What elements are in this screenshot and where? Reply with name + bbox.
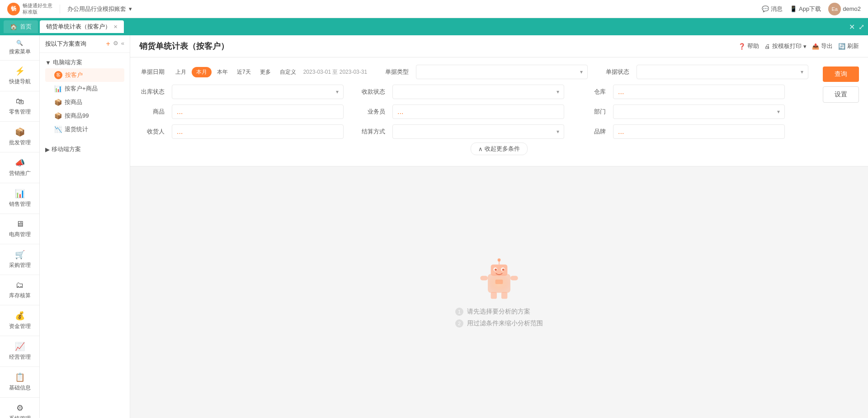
settings-button[interactable]: 设置 — [823, 86, 859, 103]
scheme-badge: 客 — [54, 71, 62, 79]
query-button[interactable]: 查询 — [823, 66, 859, 82]
scheme-icon-4: 📉 — [54, 126, 62, 133]
search-icon: 🔍 — [16, 40, 23, 46]
date-btn-this-month[interactable]: 本月 — [192, 67, 212, 77]
sidebar-item-inventory[interactable]: 🗂 库存核算 — [0, 275, 39, 305]
tab-home[interactable]: 🏠 首页 — [4, 20, 38, 33]
maximize-icon[interactable]: ⤢ — [859, 23, 864, 31]
consignee-select[interactable]: ... — [172, 124, 344, 139]
download-icon: 📱 — [790, 5, 797, 12]
scheme-item-return-stat[interactable]: 📉 退货统计 — [45, 123, 124, 136]
empty-tip-2: 2 用过滤条件来缩小分析范围 — [455, 319, 543, 328]
date-filter-bar: 上月 本月 本年 近7天 更多 自定义 2023-03-01 至 2023-03… — [172, 67, 367, 77]
scheme-item-by-customer[interactable]: 客 按客户 — [45, 68, 124, 82]
sidebar-item-system[interactable]: ⚙ 系统管理 — [0, 398, 39, 418]
sidebar-search[interactable]: 🔍 搜索菜单 — [0, 35, 39, 61]
department-select[interactable]: ▾ — [613, 104, 785, 119]
filter-row-3: 商品 ... 业务员 ... 部门 ▾ — [139, 104, 816, 119]
filter-row-1: 单据日期 上月 本月 本年 近7天 更多 自定义 2023-03-01 至 20… — [139, 65, 816, 79]
left-panel-header: 按以下方案查询 + ⚙ « — [40, 35, 130, 53]
page-title: 销货单统计表（按客户） — [139, 41, 229, 52]
sales-icon: 📊 — [15, 189, 25, 199]
settlement-select[interactable]: ▾ — [392, 124, 564, 139]
message-icon: 💬 — [762, 5, 769, 12]
close-tab-icon[interactable]: ✕ — [113, 24, 118, 30]
sidebar: 🔍 搜索菜单 ⚡ 快捷导航 🛍 零售管理 📦 批发管理 📣 营销推广 📊 销售管… — [0, 35, 40, 418]
sidebar-item-quicknav[interactable]: ⚡ 快捷导航 — [0, 61, 39, 91]
purchase-icon: 🛒 — [15, 250, 25, 260]
doc-type-select[interactable]: ▾ — [416, 65, 588, 79]
scheme-group-mobile-title[interactable]: ▶ 移动端方案 — [45, 143, 124, 155]
scheme-item-by-customer-goods[interactable]: 📊 按客户+商品 — [45, 82, 124, 95]
basic-icon: 📋 — [15, 372, 25, 382]
avatar: Ea — [828, 3, 841, 15]
sidebar-item-ecom[interactable]: 🖥 电商管理 — [0, 214, 39, 244]
print-dropdown-icon: ▾ — [803, 43, 807, 50]
sidebar-item-basic[interactable]: 📋 基础信息 — [0, 367, 39, 398]
scheme-icon-1: 📊 — [54, 85, 62, 92]
wholesale-icon: 📦 — [15, 127, 25, 137]
warehouse-select[interactable]: ... — [613, 85, 785, 99]
retail-icon: 🛍 — [16, 97, 24, 106]
date-btn-last-month[interactable]: 上月 — [172, 67, 190, 77]
filter-main: 单据日期 上月 本月 本年 近7天 更多 自定义 2023-03-01 至 20… — [139, 65, 816, 139]
svg-rect-9 — [510, 276, 518, 280]
left-panel: 按以下方案查询 + ⚙ « ▼ 电脑端方案 客 按客户 📊 按客户+商品 📦 — [40, 35, 130, 418]
sidebar-item-retail[interactable]: 🛍 零售管理 — [0, 91, 39, 122]
svg-point-5 — [502, 269, 505, 271]
filter-row-2: 出库状态 ▾ 收款状态 ▾ 仓库 ... — [139, 85, 816, 99]
user-menu[interactable]: Ea demo2 — [828, 3, 861, 15]
goods-select[interactable]: ... — [172, 104, 344, 119]
app-download-btn[interactable]: 📱 App下载 — [790, 5, 821, 13]
brand-select[interactable]: ... — [613, 124, 785, 139]
date-range-display: 2023-03-01 至 2023-03-31 — [303, 68, 367, 76]
tab-bar: 🏠 首页 销货单统计表（按客户） ✕ ✕ ⤢ — [0, 18, 868, 35]
collapse-panel-btn[interactable]: « — [121, 40, 124, 48]
scheme-icon-3: 📦 — [54, 112, 62, 119]
system-icon: ⚙ — [16, 403, 24, 413]
collapse-up-icon: ∧ — [478, 146, 483, 152]
print-icon: 🖨 — [764, 43, 770, 50]
tab-sales-stat[interactable]: 销货单统计表（按客户） ✕ — [40, 20, 124, 33]
scheme-icon-2: 📦 — [54, 99, 62, 106]
scheme-item-by-goods-99[interactable]: 📦 按商品99 — [45, 109, 124, 123]
add-scheme-btn[interactable]: + — [106, 40, 110, 48]
logo-icon: 畅 — [7, 3, 20, 15]
filter-area: 单据日期 上月 本月 本年 近7天 更多 自定义 2023-03-01 至 20… — [130, 57, 868, 166]
date-btn-this-year[interactable]: 本年 — [213, 67, 231, 77]
salesperson-select[interactable]: ... — [392, 104, 564, 119]
scheme-item-by-goods[interactable]: 📦 按商品 — [45, 95, 124, 109]
top-bar: 畅 畅捷通好生意 标准版 办公用品行业模拟账套 ▾ 💬 消息 📱 App下载 E… — [0, 0, 868, 18]
sidebar-item-sales[interactable]: 📊 销售管理 — [0, 183, 39, 214]
help-btn[interactable]: ❓ 帮助 — [738, 42, 759, 50]
sidebar-item-operation[interactable]: 📈 经营管理 — [0, 336, 39, 367]
top-bar-left: 畅 畅捷通好生意 标准版 办公用品行业模拟账套 ▾ — [7, 3, 132, 15]
quicknav-icon: ⚡ — [15, 66, 25, 76]
export-btn[interactable]: 📤 导出 — [812, 42, 833, 50]
refresh-btn[interactable]: 🔄 刷新 — [838, 42, 859, 50]
sidebar-item-purchase[interactable]: 🛒 采购管理 — [0, 244, 39, 275]
sidebar-item-marketing[interactable]: 📣 营销推广 — [0, 152, 39, 183]
doc-status-select[interactable]: ▾ — [637, 65, 808, 79]
message-btn[interactable]: 💬 消息 — [762, 5, 783, 13]
settings-scheme-btn[interactable]: ⚙ — [113, 40, 118, 48]
date-btn-more[interactable]: 更多 — [256, 67, 274, 77]
out-status-select[interactable]: ▾ — [172, 85, 344, 99]
inventory-icon: 🗂 — [16, 280, 24, 290]
sidebar-item-finance[interactable]: 💰 资金管理 — [0, 305, 39, 336]
expand-icon: ▼ — [45, 59, 51, 66]
collapse-conditions-btn[interactable]: ∧ 收起更多条件 — [471, 142, 528, 155]
ecom-icon: 🖥 — [16, 219, 24, 229]
sidebar-item-wholesale[interactable]: 📦 批发管理 — [0, 122, 39, 152]
receipt-status-select[interactable]: ▾ — [392, 85, 564, 99]
scheme-group-desktop-title[interactable]: ▼ 电脑端方案 — [45, 57, 124, 68]
svg-point-4 — [495, 269, 497, 271]
date-btn-last-7[interactable]: 近7天 — [233, 67, 255, 77]
export-icon: 📤 — [812, 43, 819, 50]
industry-selector[interactable]: 办公用品行业模拟账套 ▾ — [67, 5, 132, 13]
date-btn-custom[interactable]: 自定义 — [276, 67, 300, 77]
expand-mobile-icon: ▶ — [45, 146, 50, 153]
close-window-icon[interactable]: ✕ — [849, 23, 855, 31]
main-layout: 🔍 搜索菜单 ⚡ 快捷导航 🛍 零售管理 📦 批发管理 📣 营销推广 📊 销售管… — [0, 35, 868, 418]
print-btn[interactable]: 🖨 按模板打印 ▾ — [764, 42, 807, 50]
